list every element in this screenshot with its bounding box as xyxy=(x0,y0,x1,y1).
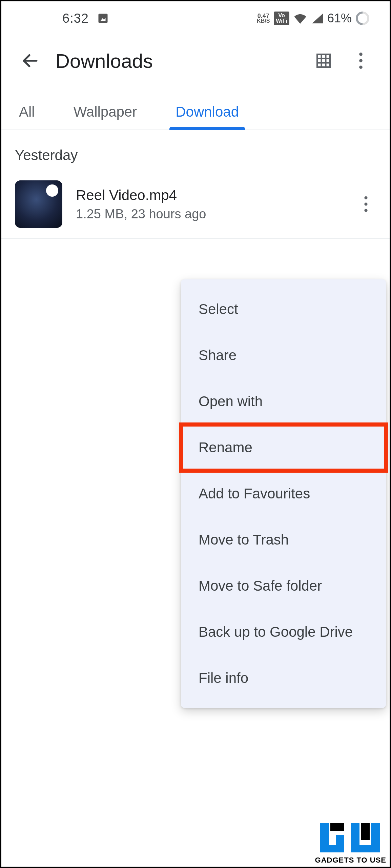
svg-rect-0 xyxy=(98,14,107,23)
vowifi-top: Vo xyxy=(276,13,287,18)
menu-item-share[interactable]: Share xyxy=(181,332,386,378)
svg-rect-17 xyxy=(336,835,344,852)
more-options-button[interactable] xyxy=(349,49,373,73)
more-vertical-icon xyxy=(364,196,368,212)
grid-view-button[interactable] xyxy=(312,49,335,73)
vowifi-badge: Vo WiFi xyxy=(274,12,289,25)
signal-icon xyxy=(311,13,323,24)
context-menu: Select Share Open with Rename Add to Fav… xyxy=(181,279,386,708)
file-row[interactable]: Reel Video.mp4 1.25 MB, 23 hours ago xyxy=(1,174,390,239)
svg-rect-4 xyxy=(317,54,330,67)
menu-item-open-with[interactable]: Open with xyxy=(181,378,386,425)
file-name: Reel Video.mp4 xyxy=(76,187,342,203)
battery-percent: 61% xyxy=(327,11,352,25)
svg-rect-18 xyxy=(330,823,344,831)
section-header: Yesterday xyxy=(1,130,390,174)
page-title: Downloads xyxy=(56,50,298,72)
svg-rect-21 xyxy=(351,845,380,852)
phone-screen: 6:32 0.47 KB/S Vo WiFi 61% xyxy=(0,0,391,868)
watermark-text: GADGETS TO USE xyxy=(315,856,386,865)
svg-point-11 xyxy=(359,65,363,69)
menu-item-rename[interactable]: Rename xyxy=(181,425,386,471)
file-meta: 1.25 MB, 23 hours ago xyxy=(76,207,342,221)
grid-icon xyxy=(315,52,332,69)
tab-wallpaper[interactable]: Wallpaper xyxy=(69,104,141,130)
battery-ring-icon xyxy=(353,9,372,28)
menu-item-backup-google-drive[interactable]: Back up to Google Drive xyxy=(181,609,386,655)
data-speed: 0.47 KB/S xyxy=(257,13,270,24)
arrow-left-icon xyxy=(21,51,40,70)
menu-item-move-to-safe-folder[interactable]: Move to Safe folder xyxy=(181,563,386,609)
tab-all[interactable]: All xyxy=(15,104,39,130)
svg-point-14 xyxy=(364,209,367,212)
status-bar: 6:32 0.47 KB/S Vo WiFi 61% xyxy=(1,1,390,35)
menu-item-add-to-favourites[interactable]: Add to Favourites xyxy=(181,471,386,517)
file-text: Reel Video.mp4 1.25 MB, 23 hours ago xyxy=(76,187,342,221)
svg-point-12 xyxy=(364,196,367,199)
wifi-icon xyxy=(293,13,307,24)
svg-point-13 xyxy=(364,202,367,205)
tab-download[interactable]: Download xyxy=(171,104,243,130)
watermark-logo-icon xyxy=(317,821,385,855)
svg-point-10 xyxy=(359,59,363,62)
menu-item-select[interactable]: Select xyxy=(181,286,386,332)
file-more-button[interactable] xyxy=(356,196,376,212)
file-thumbnail xyxy=(15,180,62,228)
tabs: All Wallpaper Download xyxy=(1,86,390,130)
menu-item-move-to-trash[interactable]: Move to Trash xyxy=(181,517,386,563)
status-right: 0.47 KB/S Vo WiFi 61% xyxy=(257,11,369,25)
vowifi-bottom: WiFi xyxy=(276,18,287,24)
svg-rect-22 xyxy=(361,823,370,840)
back-button[interactable] xyxy=(18,49,42,73)
more-vertical-icon xyxy=(359,53,363,69)
app-bar: Downloads xyxy=(1,35,390,86)
data-speed-unit: KB/S xyxy=(257,19,270,23)
play-icon xyxy=(51,188,55,193)
image-icon xyxy=(97,12,109,24)
svg-point-9 xyxy=(359,53,363,56)
status-time: 6:32 xyxy=(62,11,89,26)
watermark: GADGETS TO USE xyxy=(315,821,386,865)
svg-marker-2 xyxy=(312,13,323,23)
menu-item-file-info[interactable]: File info xyxy=(181,655,386,701)
status-left: 6:32 xyxy=(62,11,109,26)
